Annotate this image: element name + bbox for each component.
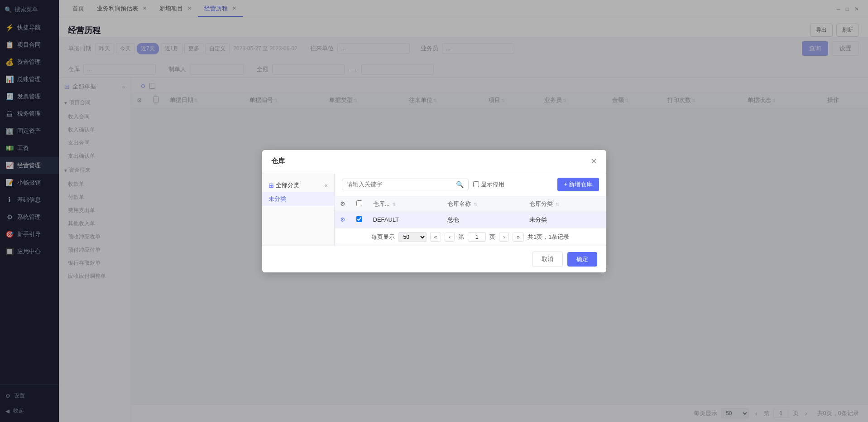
modal-left-panel: ⊞ 全部分类 « 未分类	[262, 173, 335, 246]
modal-col-warehouse-name: 仓库名称 ⇅	[442, 196, 524, 212]
row-checkbox[interactable]	[356, 216, 362, 222]
modal-page-input[interactable]	[468, 232, 486, 242]
modal-col-checkbox	[351, 196, 368, 212]
sort-icon: ⇅	[392, 202, 396, 207]
modal-per-page-select[interactable]: 50	[398, 232, 427, 242]
modal-pagination: 每页显示 50 « ‹ 第 页 › » 共1页，1条记录	[335, 228, 606, 246]
modal-overlay: 仓库 ✕ ⊞ 全部分类 « 未分类	[0, 0, 868, 422]
show-disabled-text: 显示停用	[481, 180, 504, 189]
show-disabled-label[interactable]: 显示停用	[473, 180, 504, 189]
modal-page-last-btn[interactable]: »	[513, 233, 524, 242]
modal-col-warehouse-category: 仓库分类 ⇅	[524, 196, 606, 212]
modal-close-btn[interactable]: ✕	[590, 156, 597, 166]
table-row[interactable]: ⚙ DEFAULT 总仓 未分类	[335, 212, 606, 228]
warehouse-modal: 仓库 ✕ ⊞ 全部分类 « 未分类	[262, 150, 606, 272]
table-settings-icon[interactable]: ⚙	[340, 200, 345, 207]
grid-icon: ⊞	[269, 182, 274, 189]
modal-total-info: 共1页，1条记录	[528, 233, 569, 241]
search-icon: 🔍	[456, 181, 464, 188]
modal-footer: 取消 确定	[262, 246, 606, 272]
modal-page-unit: 页	[489, 233, 495, 241]
sort-icon: ⇅	[474, 202, 477, 207]
modal-confirm-btn[interactable]: 确定	[567, 252, 597, 267]
add-warehouse-btn[interactable]: + 新增仓库	[557, 178, 599, 191]
modal-row-category: 未分类	[524, 212, 606, 228]
modal-search-box: 🔍	[342, 179, 469, 190]
modal-header: 仓库 ✕	[262, 150, 606, 173]
modal-right-top: 🔍 显示停用 + 新增仓库	[335, 173, 606, 196]
modal-col-settings: ⚙	[335, 196, 351, 212]
modal-page-first-btn[interactable]: «	[430, 233, 441, 242]
row-settings-icon[interactable]: ⚙	[340, 216, 345, 223]
modal-page-next-btn[interactable]: ›	[499, 233, 509, 242]
show-disabled-checkbox[interactable]	[473, 181, 479, 187]
sort-icon: ⇅	[556, 202, 559, 207]
modal-per-page-label: 每页显示	[371, 233, 395, 241]
modal-table: ⚙ 仓库... ⇅	[335, 196, 606, 228]
modal-title: 仓库	[271, 157, 285, 165]
modal-page-prev-btn[interactable]: ‹	[445, 233, 455, 242]
warehouse-table: ⚙ 仓库... ⇅	[335, 196, 606, 228]
modal-left-item-uncategorized[interactable]: 未分类	[262, 192, 334, 206]
modal-row-code: DEFAULT	[368, 212, 442, 228]
modal-th-checkbox[interactable]	[356, 200, 362, 206]
modal-row-name: 总仓	[442, 212, 524, 228]
modal-left-toggle-btn[interactable]: «	[325, 182, 328, 189]
modal-right-panel: 🔍 显示停用 + 新增仓库	[335, 173, 606, 246]
modal-row-checkbox	[351, 212, 368, 228]
modal-page-label: 第	[458, 233, 464, 241]
modal-row-settings: ⚙	[335, 212, 351, 228]
modal-search-input[interactable]	[347, 181, 453, 188]
modal-body: ⊞ 全部分类 « 未分类 🔍	[262, 173, 606, 246]
modal-left-header[interactable]: ⊞ 全部分类 «	[262, 179, 334, 192]
modal-cancel-btn[interactable]: 取消	[532, 252, 563, 267]
modal-col-warehouse-code: 仓库... ⇅	[368, 196, 442, 212]
modal-left-all-label: 全部分类	[276, 181, 299, 189]
